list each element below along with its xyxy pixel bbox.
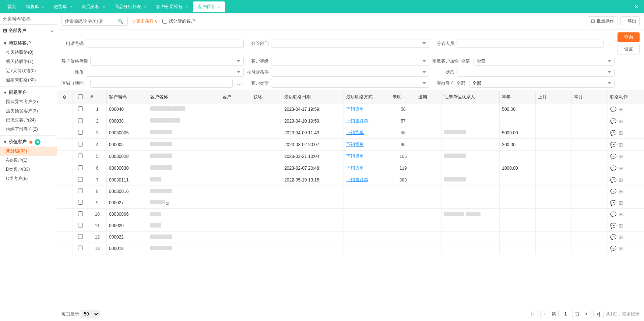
sidebar-search-input[interactable] bbox=[3, 16, 57, 21]
close-purchase-tab[interactable]: × bbox=[70, 4, 72, 9]
select-scatter-attr[interactable]: 全部 bbox=[474, 57, 615, 66]
select-customer-type[interactable] bbox=[271, 79, 429, 88]
th-settings[interactable]: ⚙ bbox=[57, 91, 73, 103]
th-code[interactable]: 客户编码 bbox=[106, 91, 148, 103]
sidebar-item-tomorrow[interactable]: 明天待联络(1) bbox=[0, 57, 57, 66]
grid-action-icon[interactable]: ⊞ bbox=[619, 130, 623, 136]
more-conditions-button[interactable]: ▽ 更多条件 ∨ bbox=[132, 18, 158, 24]
th-overdue[interactable]: 逾期... bbox=[416, 91, 442, 103]
sidebar-item-today[interactable]: 今天待联络(0) bbox=[0, 48, 57, 57]
chat-icon[interactable]: 💬 bbox=[610, 223, 616, 229]
td-checkbox[interactable] bbox=[73, 220, 88, 232]
th-contact[interactable]: 联络... bbox=[251, 91, 282, 103]
nav-purchase[interactable]: 进货单 × bbox=[49, 1, 77, 12]
input-phone[interactable] bbox=[86, 39, 244, 48]
region-more-button[interactable]: … bbox=[235, 80, 244, 87]
group-problem-customers[interactable]: ▼ 问题客户 bbox=[0, 88, 57, 97]
row-checkbox[interactable] bbox=[78, 246, 83, 250]
row-checkbox[interactable] bbox=[78, 234, 83, 239]
td-checkbox[interactable] bbox=[73, 103, 88, 115]
reset-button[interactable]: 设置 bbox=[617, 44, 640, 54]
my-customers-checkbox[interactable]: 我分管的客户 bbox=[162, 18, 195, 24]
my-customers-check[interactable] bbox=[162, 19, 167, 24]
select-payment[interactable] bbox=[271, 68, 429, 77]
last-method-link[interactable]: 下销货单 bbox=[346, 165, 364, 170]
sidebar-item-7days[interactable]: 近7天待联络(0) bbox=[0, 66, 57, 75]
td-checkbox[interactable] bbox=[73, 197, 88, 209]
last-page-button[interactable]: >| bbox=[593, 310, 603, 318]
td-checkbox[interactable] bbox=[73, 127, 88, 139]
grid-action-icon[interactable]: ⊞ bbox=[619, 118, 623, 124]
td-checkbox[interactable] bbox=[73, 186, 88, 197]
td-checkbox[interactable] bbox=[73, 209, 88, 220]
chat-icon[interactable]: 💬 bbox=[610, 188, 616, 194]
chat-icon[interactable]: 💬 bbox=[610, 165, 616, 171]
sidebar-item-churn-warn[interactable]: 流失预警客户(3) bbox=[0, 106, 57, 116]
td-checkbox[interactable] bbox=[73, 115, 88, 127]
group-pending-contact[interactable]: ▼ 待联络客户 bbox=[0, 39, 57, 48]
td-checkbox[interactable] bbox=[73, 139, 88, 151]
select-status[interactable] bbox=[457, 68, 615, 77]
nav-product-list[interactable]: 商品分析列表 × bbox=[110, 1, 151, 12]
grid-action-icon[interactable]: ⊞ bbox=[619, 211, 623, 217]
group-value-customers[interactable]: ▼ 价值客户 ↻ bbox=[0, 137, 57, 147]
row-checkbox[interactable] bbox=[78, 106, 83, 111]
select-price-level[interactable] bbox=[90, 57, 244, 66]
chat-icon[interactable]: 💬 bbox=[610, 130, 616, 136]
select-all-checkbox[interactable] bbox=[78, 94, 83, 99]
th-last-date[interactable]: 最后联络日期 bbox=[282, 91, 344, 103]
select-customer-level[interactable] bbox=[271, 57, 429, 66]
nav-sales[interactable]: 销售单 × bbox=[21, 1, 49, 12]
grid-action-icon[interactable]: ⊞ bbox=[619, 188, 623, 194]
row-checkbox[interactable] bbox=[78, 118, 83, 123]
last-method-link[interactable]: 下销售订单 bbox=[346, 177, 368, 182]
search-bar[interactable]: 🔍 bbox=[61, 17, 128, 26]
close-product-list-tab[interactable]: × bbox=[144, 4, 146, 9]
td-checkbox[interactable] bbox=[73, 151, 88, 162]
last-method-link[interactable]: 下销售订单 bbox=[346, 118, 368, 123]
close-window-button[interactable]: × bbox=[632, 3, 641, 10]
th-name[interactable]: 客户名称 bbox=[148, 91, 220, 103]
chat-icon[interactable]: 💬 bbox=[610, 154, 616, 159]
td-checkbox[interactable] bbox=[73, 243, 88, 254]
row-checkbox[interactable] bbox=[78, 165, 83, 170]
sidebar-item-class-c[interactable]: C类客户(6) bbox=[0, 174, 57, 183]
chat-icon[interactable]: 💬 bbox=[610, 142, 616, 148]
last-method-link[interactable]: 下销货单 bbox=[346, 130, 364, 135]
th-checkbox[interactable] bbox=[73, 91, 88, 103]
grid-action-icon[interactable]: ⊞ bbox=[619, 246, 623, 251]
search-input[interactable] bbox=[65, 19, 116, 24]
th-not-contacted[interactable]: 未联... bbox=[390, 91, 416, 103]
grid-action-icon[interactable]: ⊞ bbox=[619, 223, 623, 229]
td-checkbox[interactable] bbox=[73, 162, 88, 174]
export-button[interactable]: ↑ 导出 bbox=[620, 16, 640, 26]
next-page-button[interactable]: > bbox=[582, 310, 591, 318]
grid-action-icon[interactable]: ⊞ bbox=[619, 200, 623, 206]
row-checkbox[interactable] bbox=[78, 142, 83, 147]
grid-action-icon[interactable]: ⊞ bbox=[619, 234, 623, 240]
close-product-analysis-tab[interactable]: × bbox=[103, 4, 105, 9]
last-method-link[interactable]: 下销货单 bbox=[346, 106, 364, 112]
all-customers-header[interactable]: ⊞ 全部客户 « bbox=[0, 25, 57, 35]
page-input[interactable] bbox=[558, 310, 573, 318]
row-checkbox[interactable] bbox=[78, 223, 83, 227]
th-this-year[interactable]: 本年... bbox=[500, 91, 536, 103]
first-page-button[interactable]: |< bbox=[528, 310, 538, 318]
nav-home[interactable]: 首页 bbox=[3, 1, 21, 12]
row-checkbox[interactable] bbox=[78, 130, 83, 135]
sidebar-item-hoarding[interactable]: 囤购异常客户(2) bbox=[0, 97, 57, 106]
chat-icon[interactable]: 💬 bbox=[610, 246, 616, 251]
sidebar-search-bar[interactable]: 🔍 bbox=[0, 13, 57, 25]
sidebar-item-declining[interactable]: 持续下滑客户(2) bbox=[0, 125, 57, 134]
sidebar-item-class-b[interactable]: B类客户(33) bbox=[0, 165, 57, 174]
row-checkbox[interactable] bbox=[78, 211, 83, 216]
th-type[interactable]: 客户... bbox=[220, 91, 251, 103]
row-checkbox[interactable] bbox=[78, 154, 83, 158]
sidebar-item-overdue[interactable]: 逾期未联络(30) bbox=[0, 75, 57, 85]
grid-action-icon[interactable]: ⊞ bbox=[619, 142, 623, 148]
nav-product-analysis[interactable]: 商品分析 × bbox=[78, 1, 109, 12]
last-method-link[interactable]: 下销货单 bbox=[346, 142, 364, 147]
select-nature[interactable] bbox=[86, 68, 244, 77]
batch-op-button[interactable]: ☑ 批量操作 bbox=[588, 16, 617, 26]
th-last-method[interactable]: 最后联络方式 bbox=[344, 91, 390, 103]
